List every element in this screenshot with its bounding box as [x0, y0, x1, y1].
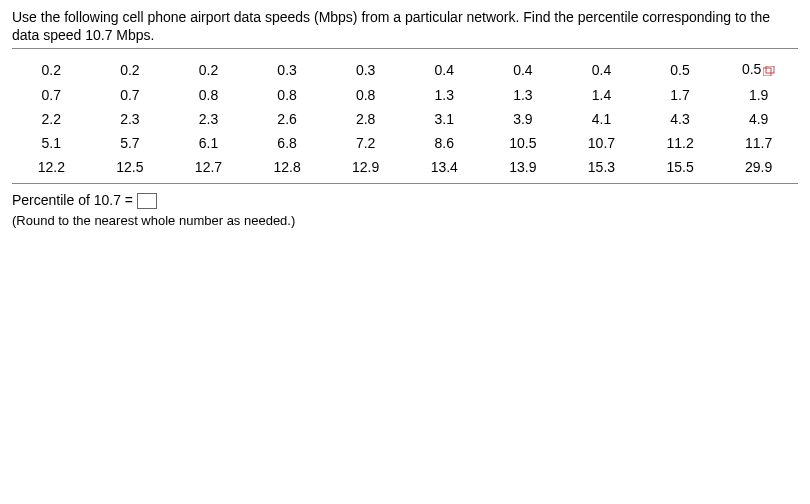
- data-cell: 3.1: [405, 107, 484, 131]
- table-row: 5.1 5.7 6.1 6.8 7.2 8.6 10.5 10.7 11.2 1…: [12, 131, 798, 155]
- answer-line: Percentile of 10.7 =: [12, 192, 798, 209]
- data-cell: 12.7: [169, 155, 248, 179]
- data-cell: 8.6: [405, 131, 484, 155]
- table-row: 0.2 0.2 0.2 0.3 0.3 0.4 0.4 0.4 0.5 0.5: [12, 57, 798, 82]
- data-cell: 7.2: [326, 131, 405, 155]
- data-cell: 0.7: [91, 83, 170, 107]
- question-text: Use the following cell phone airport dat…: [12, 8, 798, 44]
- data-cell: 6.8: [248, 131, 327, 155]
- data-cell: 5.7: [91, 131, 170, 155]
- hint-text: (Round to the nearest whole number as ne…: [12, 213, 798, 228]
- data-cell: 0.7: [12, 83, 91, 107]
- data-cell: 0.2: [12, 57, 91, 82]
- data-cell: 10.5: [484, 131, 563, 155]
- data-cell: 12.9: [326, 155, 405, 179]
- data-cell: 4.9: [719, 107, 798, 131]
- svg-rect-0: [763, 68, 771, 76]
- data-cell: 0.2: [91, 57, 170, 82]
- data-cell: 0.3: [326, 57, 405, 82]
- separator-top: [12, 48, 798, 49]
- data-cell: 13.9: [484, 155, 563, 179]
- data-cell: 11.7: [719, 131, 798, 155]
- data-cell: 3.9: [484, 107, 563, 131]
- data-cell: 6.1: [169, 131, 248, 155]
- data-cell: 0.4: [484, 57, 563, 82]
- data-cell: 0.4: [405, 57, 484, 82]
- data-cell: 0.4: [562, 57, 641, 82]
- data-cell: 12.5: [91, 155, 170, 179]
- data-cell: 0.2: [169, 57, 248, 82]
- data-cell: 10.7: [562, 131, 641, 155]
- answer-label: Percentile of 10.7 =: [12, 192, 133, 208]
- svg-rect-1: [766, 66, 774, 73]
- data-cell: 2.3: [169, 107, 248, 131]
- data-cell: 2.3: [91, 107, 170, 131]
- data-cell: 2.2: [12, 107, 91, 131]
- data-cell: 2.6: [248, 107, 327, 131]
- data-cell: 15.5: [641, 155, 720, 179]
- table-row: 2.2 2.3 2.3 2.6 2.8 3.1 3.9 4.1 4.3 4.9: [12, 107, 798, 131]
- data-cell: 2.8: [326, 107, 405, 131]
- data-cell: 1.7: [641, 83, 720, 107]
- data-cell: 29.9: [719, 155, 798, 179]
- data-cell: 0.8: [326, 83, 405, 107]
- data-cell: 0.5: [641, 57, 720, 82]
- answer-input[interactable]: [137, 193, 157, 209]
- separator-bottom: [12, 183, 798, 184]
- data-cell: 13.4: [405, 155, 484, 179]
- data-cell: 5.1: [12, 131, 91, 155]
- data-cell: 1.9: [719, 83, 798, 107]
- data-cell: 1.4: [562, 83, 641, 107]
- data-cell: 1.3: [484, 83, 563, 107]
- data-cell: 11.2: [641, 131, 720, 155]
- data-cell: 0.5: [719, 57, 798, 82]
- copy-icon[interactable]: [763, 63, 775, 79]
- data-cell: 12.8: [248, 155, 327, 179]
- data-cell: 4.1: [562, 107, 641, 131]
- data-cell: 1.3: [405, 83, 484, 107]
- data-cell: 0.8: [169, 83, 248, 107]
- data-cell: 15.3: [562, 155, 641, 179]
- data-cell: 0.3: [248, 57, 327, 82]
- table-row: 12.2 12.5 12.7 12.8 12.9 13.4 13.9 15.3 …: [12, 155, 798, 179]
- table-row: 0.7 0.7 0.8 0.8 0.8 1.3 1.3 1.4 1.7 1.9: [12, 83, 798, 107]
- data-cell: 0.8: [248, 83, 327, 107]
- data-cell: 4.3: [641, 107, 720, 131]
- data-table: 0.2 0.2 0.2 0.3 0.3 0.4 0.4 0.4 0.5 0.5 …: [12, 57, 798, 178]
- data-cell: 12.2: [12, 155, 91, 179]
